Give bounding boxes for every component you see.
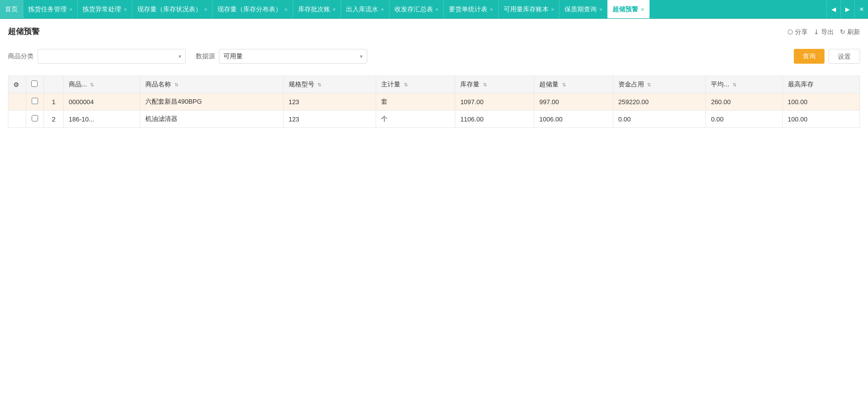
sort-icon: ⇅ — [647, 82, 651, 87]
row-product-code: 0000004 — [64, 93, 140, 111]
table-row: 1 0000004 六配套新昌490BPG 123 套 1097.00 997.… — [8, 93, 860, 111]
avg-label: 平均... — [711, 80, 729, 88]
chevron-down-icon: ▾ — [360, 53, 363, 60]
row-checkbox[interactable] — [32, 115, 38, 121]
nav-tab-receive-summary[interactable]: 收发存汇总表 × — [390, 0, 444, 19]
sort-icon: ⇅ — [483, 82, 487, 87]
share-button[interactable]: ⬡ 分享 — [787, 28, 808, 37]
close-icon[interactable]: × — [204, 6, 207, 12]
unit-header[interactable]: 主计量 ⇅ — [376, 76, 455, 93]
close-icon[interactable]: × — [641, 6, 644, 12]
row-index: 2 — [44, 111, 64, 128]
refresh-icon: ↻ — [840, 28, 845, 36]
row-checkbox-cell[interactable] — [26, 111, 44, 128]
nav-tab-batch[interactable]: 库存批次账 × — [293, 0, 341, 19]
unit-label: 主计量 — [381, 80, 400, 88]
product-code-label: 商品... — [69, 80, 87, 88]
page-title: 超储预警 — [8, 27, 40, 37]
row-product-name: 机油滤清器 — [140, 111, 283, 128]
row-spec: 123 — [283, 93, 376, 111]
nav-tab-overstock-warning[interactable]: 超储预警 × — [608, 0, 649, 19]
product-name-header[interactable]: 商品名称 ⇅ — [140, 76, 283, 93]
sort-icon: ⇅ — [90, 82, 94, 87]
datasource-select[interactable]: 可用量 ▾ — [219, 49, 367, 64]
nav-tab-home[interactable]: 首页 — [0, 0, 23, 19]
datasource-filter-group: 数据源 可用量 ▾ — [196, 49, 367, 64]
nav-tab-inventory-dist[interactable]: 现存量（库存分布表） × — [213, 0, 293, 19]
row-unit: 套 — [376, 93, 455, 111]
data-table: ⚙ 商品... ⇅ 商品名称 ⇅ 规格型号 ⇅ — [8, 76, 860, 128]
category-label: 商品分类 — [8, 52, 34, 61]
spec-header[interactable]: 规格型号 ⇅ — [283, 76, 376, 93]
row-product-code: 186-10... — [64, 111, 140, 128]
row-checkbox-cell[interactable] — [26, 93, 44, 111]
nav-arrow-left[interactable]: ◀ — [826, 0, 840, 19]
gear-icon: ⚙ — [13, 81, 19, 88]
row-index: 1 — [44, 93, 64, 111]
category-select[interactable]: ▾ — [38, 49, 186, 64]
gear-settings-header[interactable]: ⚙ — [8, 76, 26, 93]
nav-tab-task-mgmt[interactable]: 拣货任务管理 × — [23, 0, 78, 19]
row-unit: 个 — [376, 111, 455, 128]
nav-tab-inventory-status[interactable]: 现存量（库存状况表） × — [132, 0, 213, 19]
overstock-header[interactable]: 超储量 ⇅ — [534, 76, 613, 93]
nav-tab-quality-check[interactable]: 保质期查询 × — [560, 0, 608, 19]
row-overstock: 997.00 — [534, 93, 613, 111]
filter-area: 商品分类 ▾ 数据源 可用量 ▾ 查询 设置 — [8, 44, 860, 69]
row-avg: 260.00 — [706, 93, 782, 111]
capital-header[interactable]: 资金占用 ⇅ — [613, 76, 706, 93]
close-icon[interactable]: × — [284, 6, 287, 12]
close-icon[interactable]: × — [124, 6, 127, 12]
nav-arrow-right[interactable]: ▶ — [840, 0, 854, 19]
header-actions: ⬡ 分享 ⤓ 导出 ↻ 刷新 — [787, 28, 860, 37]
refresh-button[interactable]: ↻ 刷新 — [840, 28, 860, 37]
sort-icon: ⇅ — [317, 82, 321, 87]
select-all-checkbox[interactable] — [31, 80, 38, 87]
stock-label: 库存量 — [460, 80, 479, 88]
overstock-label: 超储量 — [539, 80, 559, 88]
row-product-name: 六配套新昌490BPG — [140, 93, 283, 111]
index-header — [44, 76, 64, 93]
close-icon[interactable]: × — [69, 6, 72, 12]
page-container: 超储预警 ⬡ 分享 ⤓ 导出 ↻ 刷新 商品分类 ▾ 数据源 — [0, 19, 868, 395]
close-icon[interactable]: × — [551, 6, 554, 12]
export-button[interactable]: ⤓ 导出 — [814, 28, 834, 37]
top-navigation: 首页 拣货任务管理 × 拣货异常处理 × 现存量（库存状况表） × 现存量（库存… — [0, 0, 868, 19]
max-stock-label: 最高库存 — [788, 80, 814, 88]
sort-icon: ⇅ — [562, 82, 566, 87]
nav-tab-available-ledger[interactable]: 可用量库存账本 × — [499, 0, 560, 19]
nav-tab-inout-flow[interactable]: 出入库流水 × — [341, 0, 389, 19]
nav-tab-order-stats[interactable]: 要货单统计表 × — [444, 0, 498, 19]
table-row: 2 186-10... 机油滤清器 123 个 1106.00 1006.00 … — [8, 111, 860, 128]
row-max-stock: 100.00 — [782, 93, 860, 111]
close-icon[interactable]: × — [490, 6, 493, 12]
row-capital: 0.00 — [613, 111, 706, 128]
row-spec: 123 — [283, 111, 376, 128]
close-icon[interactable]: × — [333, 6, 336, 12]
select-all-header[interactable] — [26, 76, 44, 93]
max-stock-header: 最高库存 — [782, 76, 860, 93]
row-stock: 1106.00 — [455, 111, 534, 128]
chevron-down-icon: ▾ — [178, 53, 181, 60]
row-gear-cell — [8, 111, 26, 128]
stock-header[interactable]: 库存量 ⇅ — [455, 76, 534, 93]
sort-icon: ⇅ — [404, 82, 408, 87]
close-icon[interactable]: × — [435, 6, 438, 12]
product-name-label: 商品名称 — [145, 80, 171, 88]
row-checkbox[interactable] — [32, 98, 38, 104]
row-max-stock: 100.00 — [782, 111, 860, 128]
row-avg: 0.00 — [706, 111, 782, 128]
close-icon[interactable]: × — [381, 6, 384, 12]
datasource-select-value: 可用量 — [223, 52, 243, 61]
close-icon[interactable]: × — [599, 6, 602, 12]
nav-tab-exception[interactable]: 拣货异常处理 × — [78, 0, 132, 19]
share-icon: ⬡ — [787, 28, 793, 36]
nav-arrow-close[interactable]: ✕ — [854, 0, 868, 19]
avg-header[interactable]: 平均... ⇅ — [706, 76, 782, 93]
settings-button[interactable]: 设置 — [828, 49, 860, 64]
product-code-header[interactable]: 商品... ⇅ — [64, 76, 140, 93]
nav-arrows: ◀ ▶ ✕ — [826, 0, 868, 19]
filter-actions: 查询 设置 — [794, 49, 860, 64]
sort-icon: ⇅ — [733, 82, 737, 87]
query-button[interactable]: 查询 — [794, 49, 825, 64]
